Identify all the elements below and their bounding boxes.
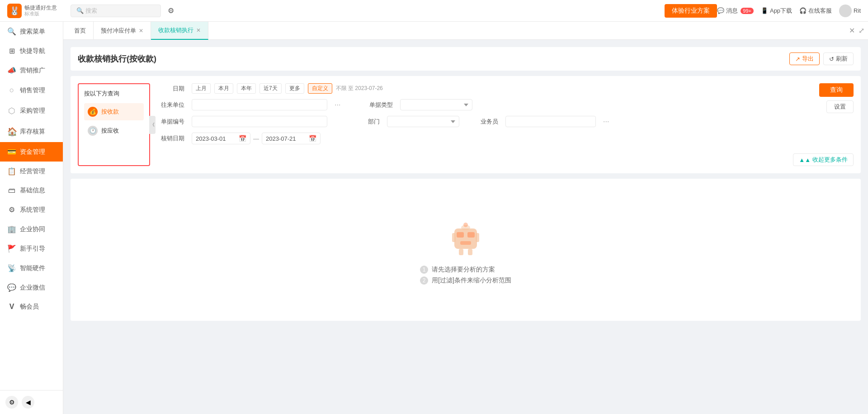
collapse-filter-left-icon[interactable]: 《 [149,116,156,134]
tip-num-1: 1 [420,266,428,274]
tab-bar-actions: ✕ ⤢ [849,26,864,35]
sidebar-item-member[interactable]: V 畅会员 [0,297,63,316]
close-collection-tab-icon[interactable]: ✕ [196,27,201,33]
empty-tip-2: 2 用[过滤]条件来缩小分析范围 [420,276,511,285]
sidebar-item-finance[interactable]: 💳 资金管理 [0,142,63,162]
counterparty-input[interactable] [192,99,327,110]
query-button[interactable]: 查询 [819,83,854,97]
top-bar-center: 体验行业方案 [665,4,717,18]
sidebar-item-system[interactable]: ⚙ 系统管理 [0,200,63,219]
tab-prepay[interactable]: 预付冲应付单 ✕ [94,22,151,40]
gear-settings-icon[interactable]: ⚙ [165,5,177,17]
more-btn[interactable]: 更多 [285,83,304,94]
logo-text: 畅捷通好生意 标准版 [24,5,57,17]
department-label: 部门 [353,118,380,126]
svg-rect-4 [452,233,456,242]
collapse-more-button[interactable]: ▲▲ 收起更多条件 [793,153,854,166]
filter-option-by-receipt[interactable]: 💰 按收款 [84,103,144,120]
salesperson-dots[interactable]: ··· [603,118,609,126]
page-title: 收款核销执行(按收款) [78,53,156,64]
this-month-btn[interactable]: 本月 [214,83,233,94]
collapse-sidebar-icon[interactable]: ◀ [22,396,34,409]
app-download-icon: 📱 [761,7,768,14]
logo-icon: 🐰 [7,4,22,18]
department-select[interactable] [387,116,459,127]
tip-num-2: 2 [420,276,428,285]
doc-number-input[interactable] [192,116,327,127]
filter-left-title: 按以下方查询 [84,90,144,98]
sidebar-item-search[interactable]: 🔍 搜索菜单 [0,22,63,41]
marketing-icon: 📣 [7,66,16,75]
writeoff-start-input[interactable]: 2023-03-01 📅 [192,133,250,144]
tab-home[interactable]: 首页 [67,22,94,40]
sidebar: 🔍 搜索菜单 ⊞ 快捷导航 📣 营销推广 ○ 销售管理 ⬡ 采购管理 🏠 库存核… [0,22,63,414]
system-icon: ⚙ [7,205,16,214]
page-content: 收款核销执行(按收款) ↗ 导出 ↺ 刷新 按以下方查询 💰 按收款 [63,40,868,414]
headset-icon: 🎧 [799,7,807,14]
sidebar-item-purchase[interactable]: ⬡ 采购管理 [0,100,63,121]
svg-rect-3 [460,241,471,245]
counterparty-dots[interactable]: ··· [335,101,340,109]
sidebar-item-enterprise[interactable]: 🏢 企业协同 [0,219,63,239]
page-header: 收款核销执行(按收款) ↗ 导出 ↺ 刷新 [71,47,861,71]
svg-rect-5 [476,233,479,242]
filter-option-by-receivable[interactable]: 🕐 按应收 [84,122,144,139]
writeoff-date-range: 2023-03-01 📅 — 2023-07-21 📅 [192,133,321,144]
content-area: 1 请先选择要分析的方案 2 用[过滤]条件来缩小分析范围 [71,179,861,321]
svg-rect-2 [467,232,475,238]
filter-settings-button[interactable]: 设置 [826,100,854,113]
last-7-days-btn[interactable]: 近7天 [259,83,282,94]
top-search-bar[interactable]: 🔍 搜索 [71,5,161,17]
close-all-tabs-icon[interactable]: ✕ [849,26,855,35]
sidebar-item-guide[interactable]: 🚩 新手引导 [0,239,63,258]
sidebar-item-operations[interactable]: 📋 经营管理 [0,162,63,181]
finance-icon: 💳 [7,148,16,156]
online-service-action[interactable]: 🎧 在线客服 [799,7,832,15]
calendar-end-icon[interactable]: 📅 [309,135,316,142]
custom-date-btn[interactable]: 自定义 [308,83,332,94]
wechat-icon: 💬 [7,283,16,292]
page-header-actions: ↗ 导出 ↺ 刷新 [789,52,854,65]
empty-illustration [443,215,488,260]
settings-bottom-icon[interactable]: ⚙ [5,396,18,409]
close-prepay-tab-icon[interactable]: ✕ [139,28,143,34]
user-profile[interactable]: Rit [839,5,861,17]
writeoff-end-input[interactable]: 2023-07-21 📅 [262,133,321,144]
messages-action[interactable]: 💬 消息 99+ [717,7,754,15]
tab-collection[interactable]: 收款核销执行 ✕ [151,22,208,40]
purchase-icon: ⬡ [7,106,16,116]
top-bar-right: 💬 消息 99+ 📱 App下载 🎧 在线客服 Rit [717,5,861,17]
last-month-btn[interactable]: 上月 [192,83,211,94]
this-year-btn[interactable]: 本年 [237,83,256,94]
trial-button[interactable]: 体验行业方案 [665,4,717,18]
expand-window-icon[interactable]: ⤢ [859,26,864,35]
empty-tips: 1 请先选择要分析的方案 2 用[过滤]条件来缩小分析范围 [420,266,511,285]
main-content: 首页 预付冲应付单 ✕ 收款核销执行 ✕ ✕ ⤢ 收款核销执行(按收款) ↗ 导… [63,22,868,414]
sidebar-item-inventory[interactable]: 🏠 库存核算 [0,121,63,142]
sidebar-item-sales[interactable]: ○ 销售管理 [0,80,63,100]
calendar-start-icon[interactable]: 📅 [239,135,246,142]
date-button-group: 上月 本月 本年 近7天 更多 自定义 不限 至 2023-07-26 [192,83,383,94]
sidebar-item-marketing[interactable]: 📣 营销推广 [0,61,63,80]
doc-type-select[interactable] [400,99,472,110]
tab-bar: 首页 预付冲应付单 ✕ 收款核销执行 ✕ ✕ ⤢ [63,22,868,40]
top-bar: 🐰 畅捷通好生意 标准版 🔍 搜索 ⚙ 体验行业方案 💬 消息 99+ 📱 Ap… [0,0,868,22]
svg-rect-1 [457,232,464,238]
export-button[interactable]: ↗ 导出 [789,52,820,65]
guide-icon: 🚩 [7,244,16,253]
app-download-action[interactable]: 📱 App下载 [761,7,792,15]
inventory-icon: 🏠 [7,127,16,137]
salesperson-input[interactable] [505,116,596,127]
sales-icon: ○ [7,86,16,95]
refresh-button[interactable]: ↺ 刷新 [823,52,854,65]
sidebar-item-basic[interactable]: 🗃 基础信息 [0,181,63,200]
sidebar-item-wechat[interactable]: 💬 企业微信 [0,278,63,297]
empty-tip-1: 1 请先选择要分析的方案 [420,266,511,274]
sidebar-item-shortcut[interactable]: ⊞ 快捷导航 [0,41,63,61]
doc-type-label: 单据类型 [366,101,393,109]
counterparty-label: 往来单位 [157,101,184,109]
date-limit-text: 不限 至 2023-07-26 [336,85,383,92]
sidebar-item-smart[interactable]: 📡 智能硬件 [0,258,63,278]
svg-rect-0 [454,228,477,249]
home-icon: ⊞ [7,47,16,55]
